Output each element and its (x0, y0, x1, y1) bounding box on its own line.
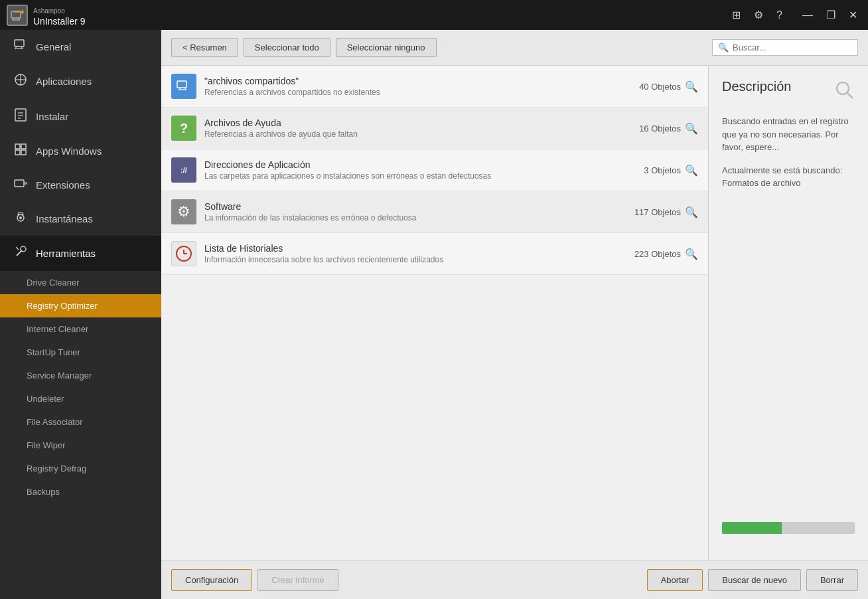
sidebar-subitem-file-wiper[interactable]: File Wiper (0, 434, 161, 457)
software-icon: ⚙ (171, 199, 196, 224)
app-logo: Ashampoo UnInstaller 9 (7, 4, 86, 27)
report-button[interactable]: Crear informe (257, 569, 338, 591)
sidebar-item-label-general: General (36, 41, 71, 52)
svg-point-24 (21, 246, 26, 252)
desc-body-text: Buscando entradas en el registro que ya … (722, 115, 855, 154)
sidebar-item-label-instalar: Instalar (36, 111, 68, 122)
config-button[interactable]: Configuración (171, 569, 252, 591)
sidebar-item-label-herramientas: Herramientas (36, 248, 96, 259)
help-files-count: 16 Objetos 🔍 (639, 122, 698, 135)
sidebar-item-label-apps-windows: Apps Windows (36, 145, 102, 157)
app-name: UnInstaller 9 (33, 16, 86, 27)
sidebar-item-herramientas[interactable]: Herramientas (0, 236, 161, 271)
list-item-software[interactable]: ⚙ Software La información de las instala… (161, 191, 708, 233)
sidebar-item-general[interactable]: General (0, 30, 161, 64)
help-q-symbol: ? (180, 121, 188, 136)
help-ctrl-icon[interactable]: ? (772, 7, 786, 24)
top-toolbar: < Resumen Seleccionar todo Seleccionar n… (161, 30, 868, 66)
desc-title: Descripción (722, 79, 791, 94)
search-icon: 🔍 (718, 43, 729, 52)
sidebar-item-apps-windows[interactable]: Apps Windows (0, 134, 161, 168)
abort-button[interactable]: Abortar (647, 569, 703, 591)
sidebar-item-label-extensiones: Extensiones (36, 179, 90, 191)
app-dirs-zoom-icon[interactable]: 🔍 (685, 164, 698, 177)
monitor-ctrl-icon[interactable]: ⊞ (728, 6, 745, 24)
software-title: Software (204, 201, 626, 212)
svg-rect-5 (15, 40, 24, 46)
search-box[interactable]: 🔍 (712, 39, 858, 56)
herramientas-icon (13, 245, 28, 262)
select-all-button[interactable]: Seleccionar todo (244, 38, 330, 57)
software-text: Software La información de las instalaci… (204, 201, 626, 222)
bottom-toolbar: Configuración Crear informe Abortar Busc… (161, 560, 868, 599)
sidebar-subitem-internet-cleaner[interactable]: Internet Cleaner (0, 317, 161, 341)
svg-line-25 (16, 247, 19, 250)
sidebar-subitem-service-manager[interactable]: Service Manager (0, 364, 161, 387)
restore-button[interactable]: ❐ (822, 6, 839, 24)
search-input[interactable] (733, 43, 852, 52)
sidebar: General Aplicaciones Instalar Apps Windo… (0, 30, 161, 599)
titlebar: Ashampoo UnInstaller 9 ⊞ ⚙ ? — ❐ ✕ (0, 0, 868, 30)
list-panel: "archivos compartidos" Referencias a arc… (161, 66, 709, 560)
sidebar-subitem-backups[interactable]: Backups (0, 480, 161, 503)
search-again-button[interactable]: Buscar de nuevo (708, 569, 801, 591)
back-button[interactable]: < Resumen (171, 38, 238, 57)
svg-point-33 (837, 82, 849, 94)
sidebar-item-instantaneas[interactable]: Instantáneas (0, 202, 161, 236)
svg-line-34 (847, 93, 853, 98)
history-text: Lista de Historiales Información inneces… (204, 243, 626, 264)
help-files-zoom-icon[interactable]: 🔍 (685, 122, 698, 135)
history-desc: Información innecesaria sobre los archiv… (204, 255, 626, 264)
app-dirs-title: Direcciones de Aplicación (204, 159, 636, 170)
help-files-desc: Referencias a archivos de ayuda que falt… (204, 129, 631, 139)
svg-rect-17 (21, 144, 26, 149)
delete-button[interactable]: Borrar (806, 569, 858, 591)
help-files-title: Archivos de Ayuda (204, 118, 631, 128)
app-dirs-count: 3 Objetos 🔍 (644, 164, 698, 177)
instantaneas-icon (13, 211, 28, 226)
svg-rect-16 (15, 144, 20, 149)
desc-searching: Actualmente se está buscando: Formatos d… (722, 164, 855, 190)
list-item-app-dirs[interactable]: :// Direcciones de Aplicación Las carpet… (161, 149, 708, 191)
history-zoom-icon[interactable]: 🔍 (685, 248, 698, 260)
shared-files-desc: Referencias a archivos compartidos no ex… (204, 88, 631, 97)
sidebar-subitem-registry-defrag[interactable]: Registry Defrag (0, 457, 161, 480)
svg-rect-19 (21, 150, 26, 155)
minimize-button[interactable]: — (798, 7, 817, 24)
progress-bar-fill (722, 522, 782, 534)
content-panels: "archivos compartidos" Referencias a arc… (161, 66, 868, 560)
shared-files-icon (171, 74, 196, 99)
sidebar-item-label-aplicaciones: Aplicaciones (36, 76, 92, 87)
window-controls: ⊞ ⚙ ? — ❐ ✕ (728, 6, 861, 24)
shared-files-title: "archivos compartidos" (204, 76, 631, 86)
sidebar-item-extensiones[interactable]: Extensiones (0, 168, 161, 202)
history-icon (171, 241, 196, 266)
app-dirs-icon: :// (171, 157, 196, 183)
app-dirs-desc: Las carpetas para aplicaciones o instala… (204, 171, 636, 181)
progress-bar (722, 522, 855, 534)
list-item-history[interactable]: Lista de Historiales Información inneces… (161, 233, 708, 275)
sidebar-item-aplicaciones[interactable]: Aplicaciones (0, 64, 161, 99)
software-zoom-icon[interactable]: 🔍 (685, 206, 698, 218)
sidebar-submenu: Drive Cleaner Registry Optimizer Interne… (0, 271, 161, 503)
shared-files-zoom-icon[interactable]: 🔍 (685, 80, 698, 93)
sidebar-subitem-drive-cleaner[interactable]: Drive Cleaner (0, 271, 161, 294)
sidebar-item-instalar[interactable]: Instalar (0, 99, 161, 134)
svg-rect-20 (15, 180, 24, 187)
settings-ctrl-icon[interactable]: ⚙ (750, 6, 767, 24)
software-count: 117 Objetos 🔍 (634, 206, 698, 218)
select-none-button[interactable]: Seleccionar ninguno (336, 38, 437, 57)
app-branding: Ashampoo UnInstaller 9 (33, 4, 86, 27)
close-button[interactable]: ✕ (845, 6, 861, 24)
shared-files-count: 40 Objetos 🔍 (639, 80, 698, 93)
sidebar-subitem-file-associator[interactable]: File Associator (0, 410, 161, 434)
sidebar-subitem-undeleter[interactable]: Undeleter (0, 387, 161, 410)
list-item-shared-files[interactable]: "archivos compartidos" Referencias a arc… (161, 66, 708, 108)
sidebar-subitem-startup-tuner[interactable]: StartUp Tuner (0, 341, 161, 364)
svg-point-22 (19, 216, 22, 219)
windows-icon (13, 143, 28, 159)
extensiones-icon (13, 177, 28, 193)
desc-header: Descripción (722, 79, 855, 105)
list-item-help-files[interactable]: ? Archivos de Ayuda Referencias a archiv… (161, 108, 708, 149)
sidebar-subitem-registry-optimizer[interactable]: Registry Optimizer (0, 294, 161, 317)
